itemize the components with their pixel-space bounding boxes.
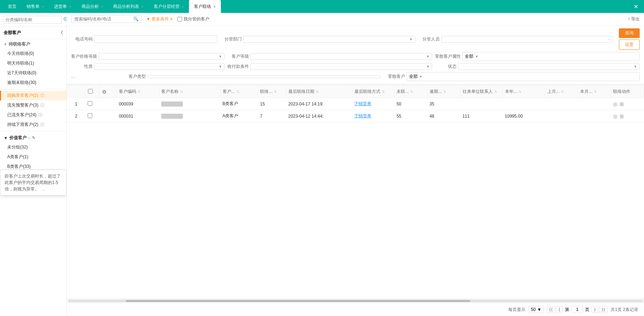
th-thisyear[interactable]: 本年...⇅: [502, 86, 545, 98]
row2-view-icon[interactable]: ◎: [613, 113, 617, 119]
select-all-checkbox[interactable]: [88, 89, 93, 94]
sidebar-item-lost-predict[interactable]: 流失预警客户(3) ⓘ: [0, 100, 66, 110]
sidebar-search-icon[interactable]: 🔍: [63, 17, 67, 23]
dept-select-arrow: ▼: [409, 37, 413, 41]
row1-name: [159, 98, 220, 110]
close-sales-icon[interactable]: ×: [42, 0, 44, 13]
search-input[interactable]: [74, 16, 132, 22]
lost-predict-info-icon: ⓘ: [40, 103, 44, 107]
nav-product-analysis[interactable]: 商品分析 ×: [77, 0, 108, 13]
scrollbar-track[interactable]: [68, 300, 643, 302]
my-customers-checkbox[interactable]: [177, 17, 182, 22]
nav-customer-tier[interactable]: 客户分层经营 ×: [149, 0, 189, 13]
sidebar-item-overdue-pending[interactable]: 逾期未联络(30): [0, 78, 66, 88]
page-number-input[interactable]: [571, 306, 583, 313]
per-page-select[interactable]: 50 ▼: [528, 306, 544, 313]
horizontal-scrollbar[interactable]: [67, 298, 644, 303]
set-button[interactable]: 设置: [619, 39, 640, 50]
sidebar-item-repeat-abnormal[interactable]: 回购异常客户(2) ⓘ: [0, 91, 66, 100]
th-lastway[interactable]: 最后联络方式⇅: [352, 86, 394, 98]
nav-product-analysis-list[interactable]: 商品分析列表 ×: [108, 0, 148, 13]
group-edit-icon[interactable]: ✎: [32, 136, 35, 140]
payment-select[interactable]: ▼: [250, 63, 432, 70]
retail-attr-select[interactable]: 全部 ▼: [462, 52, 640, 61]
th-settings[interactable]: ⚙: [100, 86, 117, 98]
nav-purchase[interactable]: 进货单 ×: [49, 0, 76, 13]
sidebar-item-class-a[interactable]: A类客户(1): [0, 152, 66, 162]
info-icon: ⓘ: [40, 93, 44, 98]
sidebar-item-unclassified[interactable]: 未分组(32): [0, 142, 66, 152]
tooltip-more[interactable]: ...: [42, 187, 45, 192]
customer-type-select[interactable]: [147, 75, 381, 78]
nav-sales[interactable]: 销售单 ×: [22, 0, 49, 13]
last-page-button[interactable]: ⟩⟩: [599, 306, 608, 313]
th-checkbox[interactable]: [85, 86, 99, 98]
gender-select[interactable]: ▼: [94, 63, 224, 70]
row1-cb[interactable]: [85, 98, 99, 110]
th-contacts-person[interactable]: 往来单位联系人⇅: [460, 86, 502, 98]
nav-customer-contact[interactable]: 客户联络 ×: [189, 0, 221, 13]
sidebar-item-today-pending[interactable]: 今天待联络(0): [0, 49, 66, 58]
close-tier-icon[interactable]: ×: [182, 0, 184, 13]
sidebar-search-input[interactable]: [3, 16, 62, 24]
th-level[interactable]: 客户...⇅: [220, 86, 258, 98]
window-close-button[interactable]: ✕: [631, 3, 641, 10]
th-name[interactable]: 客户名称⇅: [159, 86, 220, 98]
query-button[interactable]: 查询: [619, 28, 640, 38]
top-nav: 首页 销售单 × 进货单 × 商品分析 × 商品分析列表 × 客户分层经营 × …: [0, 0, 644, 13]
th-unfollow[interactable]: 未联...⇅: [394, 86, 427, 98]
close-contact-icon[interactable]: ×: [213, 0, 216, 13]
sidebar-item-declining[interactable]: 持续下滑客户(2) ⓘ: [0, 120, 66, 129]
prev-page-button[interactable]: ⟨: [556, 306, 563, 313]
export-button[interactable]: ↑ 导出: [628, 16, 640, 22]
more-conditions-button[interactable]: ▼ 更多条件 ∧: [146, 16, 173, 22]
row2-checkbox[interactable]: [88, 113, 92, 118]
th-overdue[interactable]: 逾期...⇅: [427, 86, 460, 98]
close-analysis-list-icon[interactable]: ×: [141, 0, 143, 13]
retail-customer-arrow: ▼: [419, 75, 423, 79]
th-contact[interactable]: 联络...⇅: [258, 86, 286, 98]
row1-checkbox[interactable]: [88, 101, 92, 106]
sidebar-all-customers[interactable]: 全部客户 《: [0, 27, 66, 39]
first-page-button[interactable]: ⟨⟨: [547, 306, 555, 313]
nav-home[interactable]: 首页: [3, 0, 22, 13]
row2-lastway[interactable]: 下销货单: [352, 110, 394, 122]
filter-row-1: 电话号码 分管部门 ▼ 分管人员 ···: [71, 28, 640, 50]
sidebar-item-already-lost[interactable]: 已流失客户(24) ⓘ: [0, 110, 66, 120]
row1-more-icon[interactable]: ⊞: [620, 101, 624, 107]
retail-attr-field: 零散客户属性 全部 ▼: [435, 52, 640, 61]
chevron-up-icon: ∧: [170, 16, 173, 22]
phone-field: 电话号码: [71, 35, 217, 43]
manager-select[interactable]: ···: [441, 36, 613, 43]
sidebar-collapse-icon[interactable]: 《: [59, 30, 63, 36]
table-row: 1 000039 B类客户 15 2023-04-17 14:19: 下销货单 …: [67, 98, 644, 110]
th-thismonth[interactable]: 本月...⇅: [578, 86, 611, 98]
th-lastmonth[interactable]: 上月...⇅: [545, 86, 578, 98]
price-grade-field: 客户价格等级 ▼: [71, 53, 224, 60]
sidebar-pending-group[interactable]: ▼ 待联络客户: [0, 39, 66, 49]
row1-view-icon[interactable]: ◎: [613, 101, 617, 107]
more-filters-dots[interactable]: ···: [71, 74, 75, 80]
sidebar-item-tomorrow-pending[interactable]: 明天待联络(1): [0, 58, 66, 68]
sidebar-item-near7-pending[interactable]: 近7天待联络(0): [0, 68, 66, 78]
dept-select[interactable]: ▼: [243, 36, 415, 43]
next-page-button[interactable]: ⟩: [592, 306, 598, 313]
retail-customer-select[interactable]: 全部 ▼: [407, 72, 640, 81]
close-purchase-icon[interactable]: ×: [69, 0, 71, 13]
filter-search-icon[interactable]: 🔍: [133, 16, 139, 22]
row1-lastway[interactable]: 下销货单: [352, 98, 394, 110]
close-analysis-icon[interactable]: ×: [101, 0, 103, 13]
th-code[interactable]: 客户编码⇅: [117, 86, 159, 98]
phone-input[interactable]: [94, 35, 217, 43]
sidebar-value-customer-group[interactable]: ▼ 价值客户 ○ ✎: [0, 133, 66, 142]
row2-more-icon[interactable]: ⊞: [620, 113, 624, 119]
row2-cb[interactable]: [85, 110, 99, 122]
scrollbar-thumb[interactable]: [126, 300, 470, 302]
th-lastdate[interactable]: 最后联络日期⇅: [286, 86, 352, 98]
price-grade-select[interactable]: ▼: [98, 53, 224, 60]
table-row: 2 000031 A类客户 7 2023-04-12 14:44: 下销货单 5…: [67, 110, 644, 122]
status-select[interactable]: ▼: [458, 63, 640, 70]
dept-field: 分管部门 ▼: [220, 36, 415, 43]
filter-row-2: 客户价格等级 ▼ 客户等级 ▼ 零散客户属性 全部: [71, 52, 640, 61]
customer-grade-select[interactable]: ▼: [250, 53, 432, 60]
